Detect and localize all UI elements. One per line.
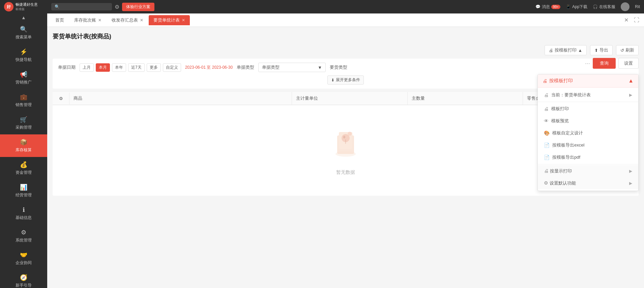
sidebar-item-label: 库存核算 (16, 147, 32, 153)
svg-point-4 (343, 136, 345, 138)
trial-btn[interactable]: 体验行业方案 (122, 3, 154, 11)
order-type-label: 要货类型 (330, 64, 347, 70)
username[interactable]: Rit (635, 4, 640, 9)
sidebar-item-guide[interactable]: 🧭 新手引导 (0, 270, 47, 288)
dropdown-close-btn[interactable]: ▲ (628, 78, 634, 84)
online-service-btn[interactable]: 🎧 在线客服 (593, 4, 615, 10)
sidebar-item-label: 资金管理 (16, 170, 32, 175)
print-header-icon: 🖨 (543, 78, 547, 84)
settings-btn[interactable]: 设置 (618, 58, 639, 69)
top-action-buttons: ··· 查询 设置 (585, 58, 639, 69)
tab-order-stats-close[interactable]: ✕ (182, 18, 185, 23)
sidebar-item-label: 销售管理 (16, 102, 32, 108)
sidebar-item-sales[interactable]: 💼 销售管理 (0, 89, 47, 112)
sidebar-item-finance[interactable]: 💰 资金管理 (0, 157, 47, 180)
tab-collection-summary-close[interactable]: ✕ (140, 18, 143, 23)
export-excel-label: 按模板导出excel (552, 142, 584, 148)
more-options-icon[interactable]: ··· (585, 60, 590, 67)
custom-btn[interactable]: 自定义 (163, 63, 181, 72)
expand-label: 展开更多条件 (336, 77, 360, 83)
dropdown-export-excel[interactable]: 📄 按模板导出excel (538, 139, 638, 151)
export-btn[interactable]: ⬆ 导出 (590, 45, 613, 55)
messages-label: 消息 (542, 4, 550, 10)
sidebar-scroll-up[interactable]: ▲ (0, 13, 47, 22)
query-btn[interactable]: 查询 (593, 58, 616, 69)
sidebar-item-label: 新手引导 (16, 283, 32, 288)
tab-inventory-batch-close[interactable]: ✕ (98, 18, 101, 23)
dropdown-export-pdf[interactable]: 📄 按模板导出pdf (538, 151, 638, 163)
headset-icon: 🎧 (593, 4, 598, 9)
dropdown-template-preview[interactable]: 👁 模板预览 (538, 115, 638, 127)
date-range: 2023-06-01 至 2023-06-30 (185, 65, 233, 70)
dropdown-default-func[interactable]: ⚙ 设置默认功能 ▶ (538, 177, 638, 189)
refresh-label: 刷新 (625, 47, 634, 53)
dropdown-divider-2 (538, 164, 638, 164)
tab-order-stats[interactable]: 要货单统计表 ✕ (149, 15, 190, 25)
inventory-icon: 📦 (20, 138, 27, 146)
sidebar-item-quick-nav[interactable]: ⚡ 快捷导航 (0, 44, 47, 67)
type-select[interactable]: 单据类型 ▼ (258, 63, 326, 72)
sidebar-item-basic-info[interactable]: ℹ 基础信息 (0, 202, 47, 225)
export-label: 导出 (599, 47, 608, 53)
th-settings[interactable]: ⚙ (53, 93, 69, 104)
prev-month-btn[interactable]: 上月 (80, 63, 94, 72)
username-label: Rit (635, 4, 640, 9)
empty-illustration (329, 125, 362, 165)
current-month-btn[interactable]: 本月 (96, 63, 110, 72)
type-placeholder: 单据类型 (262, 64, 280, 70)
export-excel-icon: 📄 (544, 142, 550, 148)
print-icon: 🖨 (549, 48, 553, 53)
tab-collection-summary[interactable]: 收发存汇总表 ✕ (107, 15, 148, 25)
sidebar-item-operations[interactable]: 📊 经营管理 (0, 180, 47, 202)
more-btn[interactable]: 更多 (147, 63, 161, 72)
tab-inventory-batch[interactable]: 库存批次账 ✕ (69, 15, 106, 25)
tab-collection-summary-label: 收发存汇总表 (112, 17, 138, 23)
template-print-label: 模板打印 (551, 106, 569, 112)
tab-home-label: 首页 (55, 17, 64, 23)
online-service-label: 在线客服 (599, 4, 615, 10)
dropdown-template-print[interactable]: 🖨 模板打印 (538, 103, 638, 115)
sidebar-item-inventory[interactable]: 📦 库存核算 (0, 134, 47, 157)
filter-row-1: 单据日期 上月 本月 本年 近7天 更多 自定义 2023-06-01 至 20… (58, 63, 633, 72)
dropdown-current-template[interactable]: 🖨 当前：要货单统计表 ▶ (538, 89, 638, 101)
tab-maximize-icon[interactable]: ⛶ (633, 16, 641, 25)
tab-close-all-icon[interactable]: ✕ (623, 15, 630, 25)
sidebar-item-label: 快捷导航 (16, 57, 32, 63)
tab-home[interactable]: 首页 (51, 15, 69, 25)
user-avatar[interactable] (621, 2, 630, 11)
tab-bar: 首页 库存批次账 ✕ 收发存汇总表 ✕ 要货单统计表 ✕ ✕ ⛶ (47, 13, 644, 27)
display-print-icon: 🖨 (544, 168, 549, 173)
tab-inventory-batch-label: 库存批次账 (74, 17, 96, 23)
app-download-btn[interactable]: 📱 App下载 (566, 4, 587, 10)
sidebar-item-search-menu[interactable]: 🔍 搜索菜单 (0, 22, 47, 44)
page-content: 要货单统计表(按商品) 🖨 按模板打印 ▲ ⬆ 导出 ↺ 刷新 (47, 27, 644, 288)
refresh-btn[interactable]: ↺ 刷新 (616, 45, 639, 55)
dropdown-display-print[interactable]: 🖨 按显示打印 ▶ (538, 165, 638, 177)
sidebar-item-system[interactable]: ⚙ 系统管理 (0, 225, 47, 247)
dropdown-menu: 🖨 按模板打印 ▲ 🖨 当前：要货单统计表 ▶ (537, 74, 639, 191)
sidebar-item-label: 营销推广 (16, 79, 32, 85)
sidebar-item-purchase[interactable]: 🛒 采购管理 (0, 112, 47, 134)
current-year-btn[interactable]: 本年 (112, 63, 126, 72)
th-unit: 主计量单位 (292, 92, 408, 105)
print-btn[interactable]: 🖨 按模板打印 ▲ (545, 45, 587, 55)
topbar: 好 畅捷通好生意 标准版 🔍 ⚙ 体验行业方案 💬 消息 99+ 📱 App下载… (0, 0, 644, 13)
sidebar-item-label: 搜索菜单 (16, 34, 32, 40)
search-box[interactable]: 🔍 (51, 3, 112, 10)
sidebar-item-label: 基础信息 (16, 215, 32, 221)
dropdown-template-design[interactable]: 🎨 模板自定义设计 (538, 127, 638, 139)
last7days-btn[interactable]: 近7天 (128, 63, 145, 72)
current-template-label: 当前：要货单统计表 (551, 92, 591, 98)
sidebar-item-marketing[interactable]: 📢 营销推广 (0, 67, 47, 89)
logo-icon: 好 (4, 2, 13, 11)
messages-btn[interactable]: 💬 消息 99+ (535, 4, 560, 10)
sidebar-item-enterprise[interactable]: 🤝 企业协同 (0, 247, 47, 270)
settings-icon[interactable]: ⚙ (115, 4, 119, 10)
expand-conditions-btn[interactable]: ⬇ 展开更多条件 (327, 75, 364, 85)
guide-icon: 🧭 (20, 274, 27, 281)
date-label: 单据日期 (58, 64, 76, 70)
template-preview-icon: 👁 (544, 118, 549, 124)
default-func-label: 设置默认功能 (550, 181, 576, 186)
dropdown-section: 🖨 当前：要货单统计表 ▶ 🖨 模板打印 (538, 88, 638, 191)
export-pdf-label: 按模板导出pdf (552, 154, 580, 160)
